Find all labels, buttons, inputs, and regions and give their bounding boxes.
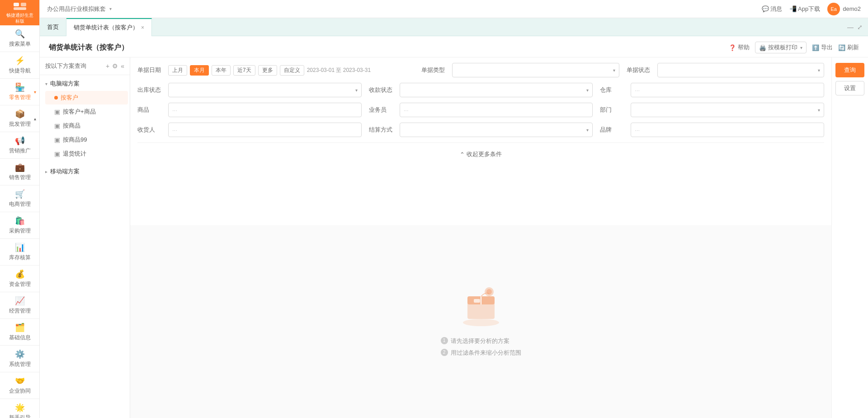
template-dropdown-icon: ▾ <box>800 45 802 50</box>
scheme-item-by-customer[interactable]: 按客户 <box>45 91 128 104</box>
desktop-group-header[interactable]: ▾ 电脑端方案 <box>40 77 130 90</box>
scheme-item-by-goods-99[interactable]: ▣ 按商品99 <box>45 133 128 147</box>
sidebar-item-inventory[interactable]: 📊 库存核算 <box>0 239 40 266</box>
sidebar-item-quicknav[interactable]: ⚡ 快捷导航 <box>0 52 40 79</box>
sidebar-item-sales[interactable]: 💼 销售管理 <box>0 159 40 185</box>
collapse-scheme-btn[interactable]: « <box>121 62 124 70</box>
sidebar-item-search[interactable]: 🔍 搜索菜单 <box>0 25 40 52</box>
retail-icon: 🏪 <box>15 82 25 92</box>
topbar-dropdown-icon[interactable]: ▾ <box>109 6 112 11</box>
marketing-icon: 📢 <box>15 136 25 146</box>
message-btn[interactable]: 💬 消息 <box>762 5 783 13</box>
mobile-group-header[interactable]: ▸ 移动端方案 <box>40 165 130 178</box>
template-print-btn[interactable]: 🖨️ 按模板打印 ▾ <box>755 42 807 53</box>
staff-input[interactable]: ··· <box>400 103 593 117</box>
collapse-label: 收起更多条件 <box>467 150 502 158</box>
wholesale-icon: 📦 <box>15 109 25 119</box>
scheme-item-by-goods[interactable]: ▣ 按商品 <box>45 119 128 133</box>
order-status-input[interactable]: ▾ <box>657 63 824 77</box>
collapse-btn[interactable]: ⌃ 收起更多条件 <box>453 148 509 160</box>
consignee-input[interactable]: ··· <box>168 123 362 137</box>
payment-chevron: ▾ <box>586 88 589 93</box>
goods-input[interactable]: ··· <box>168 103 362 117</box>
collapse-icon: ⌃ <box>460 151 465 158</box>
sidebar-marketing-label: 营销推广 <box>9 147 31 155</box>
empty-tip-2: 2 用过滤条件来缩小分析范围 <box>441 349 521 357</box>
svg-rect-0 <box>14 3 19 6</box>
dept-input[interactable]: ▾ <box>631 103 824 117</box>
filter-row-1: 单据日期 上月 本月 本年 近7天 更多 自定义 2023-03-01 至 20… <box>137 63 824 77</box>
sidebar-item-finance[interactable]: 💰 资金管理 <box>0 266 40 292</box>
user-area[interactable]: Ea demo2 <box>827 3 861 15</box>
minimize-btn[interactable]: — <box>847 24 854 31</box>
query-btn[interactable]: 查询 <box>835 63 864 77</box>
desktop-expand-icon: ▾ <box>45 81 47 86</box>
tab-active[interactable]: 销货单统计表（按客户） × <box>66 18 152 36</box>
sidebar-item-retail[interactable]: 🏪 零售管理 ▾ <box>0 79 40 105</box>
payment-input[interactable]: ▾ <box>400 83 593 97</box>
maximize-btn[interactable]: ⤢ <box>857 24 863 31</box>
order-type-label: 单据类型 <box>421 66 448 74</box>
outbound-label: 出库状态 <box>137 86 165 94</box>
date-btn-last-month[interactable]: 上月 <box>168 65 187 76</box>
scheme-item-icon: ▣ <box>54 136 60 143</box>
sidebar-item-enterprise[interactable]: 🤝 企业协同 <box>0 372 40 399</box>
content: 销货单统计表（按客户） ❓ 帮助 🖨️ 按模板打印 ▾ ⬆️ 导出 🔄 刷新 <box>40 36 868 418</box>
tab-home[interactable]: 首页 <box>40 18 66 36</box>
add-scheme-btn[interactable]: + <box>106 62 109 70</box>
date-btn-7days[interactable]: 近7天 <box>233 65 255 76</box>
sidebar-item-newbie[interactable]: 🌟 新手引导 <box>0 399 40 418</box>
payment-field: 收款状态 ▾ <box>369 83 593 97</box>
svg-rect-1 <box>21 3 26 6</box>
warehouse-input[interactable]: ··· <box>631 83 824 97</box>
date-btn-custom[interactable]: 自定义 <box>280 65 304 76</box>
help-btn[interactable]: ❓ 帮助 <box>729 43 750 52</box>
export-label: 导出 <box>821 43 833 52</box>
scheme-item-icon: ▣ <box>54 108 60 115</box>
sidebar-quicknav-label: 快捷导航 <box>9 67 31 75</box>
sidebar-item-basic[interactable]: 🗂️ 基础信息 <box>0 319 40 346</box>
sidebar-item-system[interactable]: ⚙️ 系统管理 <box>0 346 40 372</box>
export-icon: ⬆️ <box>812 44 819 51</box>
brand-input[interactable]: ··· <box>631 123 824 137</box>
printer-icon: 🖨️ <box>759 44 766 51</box>
sales-icon: 💼 <box>15 162 25 172</box>
sidebar-item-operations[interactable]: 📈 经营管理 <box>0 292 40 319</box>
scheme-item-return-stats[interactable]: ▣ 退货统计 <box>45 147 128 161</box>
scheme-item-label: 按商品 <box>63 122 80 130</box>
sidebar-search-label: 搜索菜单 <box>9 40 31 48</box>
scheme-item-label: 退货统计 <box>63 150 86 158</box>
close-tab-btn[interactable]: × <box>141 24 144 31</box>
settings-scheme-btn[interactable]: ⚙ <box>112 62 118 70</box>
consignee-dots: ··· <box>172 127 177 133</box>
sidebar-item-marketing[interactable]: 📢 营销推广 <box>0 132 40 159</box>
right-panel: 单据日期 上月 本月 本年 近7天 更多 自定义 2023-03-01 至 20… <box>130 57 831 418</box>
desktop-group-items: 按客户 ▣ 按客户+商品 ▣ 按商品 ▣ 按商品99 <box>40 91 130 161</box>
outbound-chevron: ▾ <box>355 88 358 93</box>
scheme-item-icon: ▣ <box>54 122 60 129</box>
date-btn-this-year[interactable]: 本年 <box>212 65 231 76</box>
settlement-label: 结算方式 <box>369 126 396 134</box>
tip2-num: 2 <box>441 349 448 356</box>
sidebar-item-ecommerce[interactable]: 🛒 电商管理 <box>0 185 40 212</box>
user-name: demo2 <box>843 5 861 12</box>
order-type-input[interactable]: ▾ <box>452 63 619 77</box>
date-btn-this-month[interactable]: 本月 <box>190 65 209 76</box>
scheme-item-by-customer-goods[interactable]: ▣ 按客户+商品 <box>45 105 128 119</box>
date-label: 单据日期 <box>137 66 165 74</box>
date-btn-more[interactable]: 更多 <box>258 65 277 76</box>
outbound-input[interactable]: ▾ <box>168 83 362 97</box>
sidebar-item-wholesale[interactable]: 📦 批发管理 ▴ <box>0 105 40 132</box>
settings-btn[interactable]: 设置 <box>835 81 864 95</box>
app-download-btn[interactable]: 📲 App下载 <box>789 5 820 13</box>
app-name: 畅捷通好生意 <box>6 13 33 18</box>
refresh-btn[interactable]: 🔄 刷新 <box>838 43 859 52</box>
svg-point-9 <box>486 289 492 294</box>
message-label: 消息 <box>770 5 782 12</box>
page-actions: ❓ 帮助 🖨️ 按模板打印 ▾ ⬆️ 导出 🔄 刷新 <box>729 42 859 53</box>
settlement-input[interactable]: ▾ <box>400 123 593 137</box>
sidebar-item-purchase[interactable]: 🛍️ 采购管理 <box>0 212 40 239</box>
empty-tip-1: 1 请先选择要分析的方案 <box>441 337 521 345</box>
settlement-chevron: ▾ <box>586 128 589 133</box>
export-btn[interactable]: ⬆️ 导出 <box>812 43 833 52</box>
